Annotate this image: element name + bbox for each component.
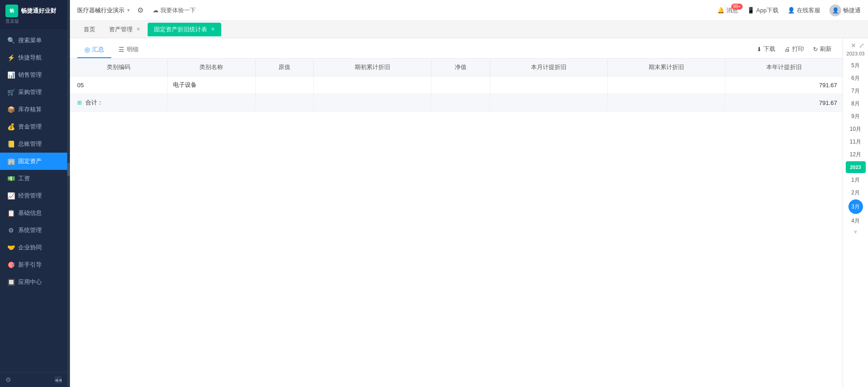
- download-button[interactable]: ⬇ 下载: [753, 43, 779, 55]
- sidebar-item-guide[interactable]: 🎯 新手引导: [0, 256, 67, 273]
- sales-icon: 📊: [7, 71, 15, 79]
- operations-icon: 📈: [7, 192, 15, 199]
- tab-asset-mgmt-close-icon[interactable]: ✕: [136, 26, 140, 32]
- sidebar-item-sales[interactable]: 📊 销售管理: [0, 66, 67, 84]
- customer-service-icon: 👤: [788, 7, 795, 14]
- content-area: ◎ 汇总 ☰ 明细 ⬇ 下载 🖨 打印: [70, 38, 868, 387]
- sidebar-item-search[interactable]: 🔍 搜索菜单: [0, 32, 67, 49]
- download-icon: ⬇: [757, 46, 762, 53]
- month-6[interactable]: 6月: [847, 72, 865, 84]
- sidebar-item-quick-nav[interactable]: ⚡ 快捷导航: [0, 49, 67, 66]
- month-10[interactable]: 10月: [847, 123, 865, 135]
- month-9[interactable]: 9月: [847, 110, 865, 122]
- sidebar-item-system[interactable]: ⚙ 系统管理: [0, 222, 67, 239]
- print-label: 打印: [792, 45, 804, 53]
- messages-button[interactable]: 🔔 消息 99+: [717, 6, 738, 15]
- app-logo: 畅 畅捷通好业财: [5, 5, 56, 17]
- sidebar-item-operations[interactable]: 📈 经营管理: [0, 187, 67, 204]
- month-1[interactable]: 1月: [847, 174, 865, 186]
- tab-asset-mgmt-label: 资产管理: [109, 25, 133, 34]
- month-2[interactable]: 2月: [847, 187, 865, 198]
- app-edition: 普及版: [5, 18, 19, 25]
- messages-badge: 99+: [731, 4, 743, 10]
- sub-tab-detail[interactable]: ☰ 明细: [111, 43, 146, 58]
- sidebar-item-system-label: 系统管理: [18, 226, 42, 234]
- topbar-right: 🔔 消息 99+ 📱 App下载 👤 在线客服 👤 畅捷通: [717, 5, 861, 16]
- sidebar-item-guide-label: 新手引导: [18, 261, 42, 269]
- sidebar-item-inventory[interactable]: 📦 库存核算: [0, 101, 67, 118]
- sub-tab-summary[interactable]: ◎ 汇总: [77, 43, 111, 58]
- month-8[interactable]: 8月: [847, 98, 865, 109]
- sidebar-item-payroll[interactable]: 💵 工资: [0, 170, 67, 187]
- cell-name: 电子设备: [167, 76, 255, 94]
- month-4[interactable]: 4月: [847, 215, 865, 227]
- col-header-code: 类别编码: [70, 59, 167, 76]
- app-name: 畅捷通好业财: [21, 7, 56, 15]
- total-annual-dep: 791.67: [725, 94, 843, 112]
- sidebar-footer: ⚙ ◀◀: [0, 372, 67, 387]
- panel-close-icon[interactable]: ✕: [851, 42, 856, 49]
- col-header-initial-dep: 期初累计折旧: [314, 59, 432, 76]
- sidebar-collapse-button[interactable]: ◀◀: [55, 376, 62, 383]
- guide-icon: 🎯: [7, 261, 15, 268]
- print-button[interactable]: 🖨 打印: [781, 43, 808, 55]
- tab-depreciation-close-icon[interactable]: ✕: [211, 26, 215, 32]
- user-profile-button[interactable]: 👤 畅捷通: [829, 5, 861, 16]
- company-selector[interactable]: 医疗器械行业演示 ▾: [77, 6, 130, 15]
- ledger-icon: 📒: [7, 140, 15, 148]
- sidebar-item-basic-info[interactable]: 📋 基础信息: [0, 204, 67, 222]
- month-5[interactable]: 5月: [847, 60, 865, 71]
- collab-icon: 🤝: [7, 244, 15, 251]
- topbar-settings-button[interactable]: ⚙: [135, 4, 145, 16]
- sidebar-item-fixed-assets[interactable]: 🏢 固定资产: [0, 153, 67, 170]
- collapse-icon: ◀◀: [55, 377, 62, 382]
- sidebar-item-finance[interactable]: 💰 资金管理: [0, 118, 67, 135]
- panel-nav-down[interactable]: ▼: [853, 229, 858, 235]
- refresh-button[interactable]: ↻ 刷新: [809, 43, 835, 55]
- month-11[interactable]: 11月: [847, 136, 865, 148]
- toolbar: ⬇ 下载 🖨 打印 ↻ 刷新: [753, 43, 835, 58]
- tab-depreciation[interactable]: 固定资产折旧统计表 ✕: [148, 23, 221, 36]
- refresh-label: 刷新: [820, 45, 832, 53]
- month-12[interactable]: 12月: [847, 149, 865, 160]
- year-2023-marker: 2023: [846, 161, 866, 173]
- table-row[interactable]: 05 电子设备 791.67: [70, 76, 843, 94]
- cell-code: 05: [70, 76, 167, 94]
- app-download-button[interactable]: 📱 App下载: [747, 6, 779, 15]
- sidebar-item-collab[interactable]: 🤝 企业协同: [0, 239, 67, 256]
- col-header-original: 原值: [255, 59, 313, 76]
- app-center-icon: 🔲: [7, 278, 15, 286]
- total-label: 合计：: [85, 99, 103, 106]
- tab-depreciation-label: 固定资产折旧统计表: [154, 25, 207, 34]
- panel-expand-icon[interactable]: ⤢: [859, 42, 864, 49]
- customer-service-label: 在线客服: [797, 6, 820, 15]
- sidebar-item-ledger[interactable]: 📒 总账管理: [0, 135, 67, 153]
- sidebar-item-fixed-assets-label: 固定资产: [18, 157, 42, 165]
- user-avatar: 👤: [829, 5, 841, 16]
- detail-tab-icon: ☰: [119, 46, 124, 53]
- company-chevron-icon: ▾: [127, 7, 130, 13]
- total-row: ⊞ 合计： 791.67: [70, 94, 843, 112]
- table-container: 类别编码 类别名称 原值 期初累计折旧 净值 本月计提折旧 期末累计折旧 本年计…: [70, 59, 843, 387]
- depreciation-table: 类别编码 类别名称 原值 期初累计折旧 净值 本月计提折旧 期末累计折旧 本年计…: [70, 59, 843, 112]
- total-label-cell: ⊞ 合计：: [70, 94, 167, 112]
- sidebar-scrollbar[interactable]: [67, 0, 70, 387]
- sidebar-item-sales-label: 销售管理: [18, 71, 42, 79]
- month-3-active[interactable]: 3月: [848, 199, 863, 214]
- experience-button[interactable]: ☁ 我要体验一下: [153, 6, 196, 15]
- customer-service-button[interactable]: 👤 在线客服: [788, 6, 820, 15]
- logo-icon: 畅: [5, 5, 18, 17]
- download-label: 下载: [764, 45, 775, 53]
- avatar-icon: 👤: [832, 7, 839, 14]
- sidebar-item-basic-info-label: 基础信息: [18, 209, 42, 217]
- sidebar-item-purchase[interactable]: 🛒 采购管理: [0, 84, 67, 101]
- footer-settings-icon[interactable]: ⚙: [5, 376, 11, 383]
- month-7[interactable]: 7月: [847, 85, 865, 97]
- col-header-name: 类别名称: [167, 59, 255, 76]
- sidebar-item-ledger-label: 总账管理: [18, 140, 42, 148]
- sidebar: 畅 畅捷通好业财 普及版 🔍 搜索菜单 ⚡ 快捷导航 📊 销售管理: [0, 0, 67, 387]
- tab-asset-mgmt[interactable]: 资产管理 ✕: [103, 23, 147, 36]
- sidebar-item-app-center[interactable]: 🔲 应用中心: [0, 273, 67, 291]
- tab-home[interactable]: 首页: [77, 23, 102, 36]
- messages-icon: 🔔: [717, 7, 724, 14]
